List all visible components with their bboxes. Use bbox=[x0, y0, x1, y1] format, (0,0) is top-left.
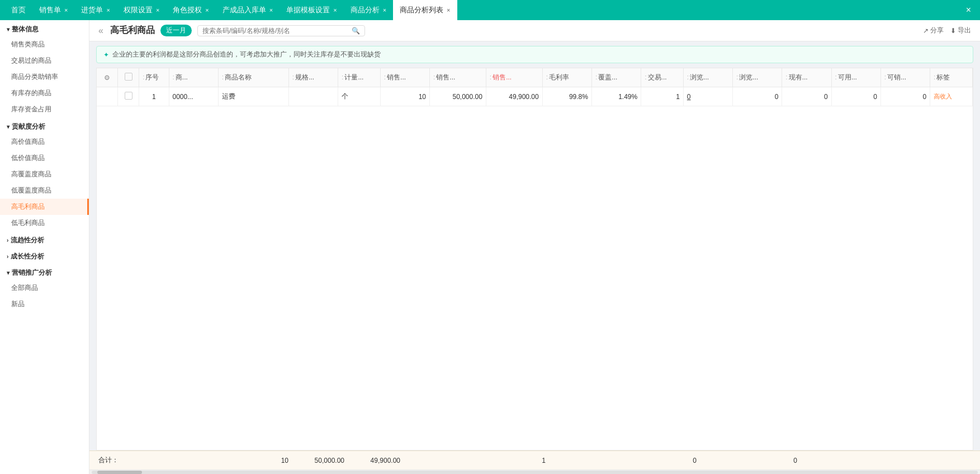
nav-product-in[interactable]: 产成品入库单 × bbox=[216, 0, 280, 20]
sidebar-item-stocked-goods[interactable]: 有库存的商品 bbox=[0, 85, 89, 101]
nav-close-product-analysis-list[interactable]: × bbox=[447, 7, 450, 13]
cell-gross-margin: 99.8% bbox=[542, 87, 591, 106]
col-name[interactable]: :商品名称 bbox=[218, 68, 288, 87]
cell-sales-amount: 50,000.00 bbox=[429, 87, 486, 106]
col-browse2[interactable]: :浏览... bbox=[733, 68, 782, 87]
col-browse1[interactable]: :浏览... bbox=[683, 68, 732, 87]
nav-close-product-in[interactable]: × bbox=[269, 7, 273, 13]
content-header: « 高毛利商品 近一月 🔍 ↗ 分享 ⬇ 导出 bbox=[89, 20, 980, 41]
col-tag[interactable]: :标签 bbox=[930, 68, 973, 87]
cell-coverage: 1.49% bbox=[591, 87, 641, 106]
nav-home[interactable]: 首页 bbox=[4, 0, 32, 20]
search-input[interactable] bbox=[202, 27, 352, 35]
nav-permission[interactable]: 权限设置 × bbox=[117, 0, 166, 20]
export-btn[interactable]: ⬇ 导出 bbox=[950, 26, 971, 35]
table-header-row: ⚙ :序号 :商... :商品名称 :规格... :计量... :销售... :… bbox=[97, 68, 973, 87]
share-btn[interactable]: ↗ 分享 bbox=[923, 26, 944, 35]
nav-purchase[interactable]: 进货单 × bbox=[74, 0, 116, 20]
footer-trade: 1 bbox=[512, 457, 546, 464]
footer-current-stock: 0 bbox=[657, 457, 697, 464]
info-icon: ✦ bbox=[103, 51, 109, 59]
arrow-growth: › bbox=[7, 254, 8, 260]
nav-product-analysis-list[interactable]: 商品分析列表 × bbox=[393, 0, 457, 20]
settings-icon[interactable]: ⚙ bbox=[104, 74, 110, 82]
nav-sales[interactable]: 销售单 × bbox=[32, 0, 74, 20]
cell-browse2: 0 bbox=[733, 87, 782, 106]
info-text: 企业的主要的利润都是这部分商品创造的，可考虑加大推广，同时关注库存是不要出现缺货 bbox=[112, 50, 381, 59]
scrollbar-thumb[interactable] bbox=[97, 471, 142, 474]
footer-sales-cost: 49,900.00 bbox=[356, 457, 400, 464]
arrow-contribution: ▾ bbox=[7, 124, 10, 130]
arrow-marketing: ▾ bbox=[7, 270, 10, 276]
nav-close-sales[interactable]: × bbox=[64, 7, 68, 13]
sidebar-item-high-coverage[interactable]: 高覆盖度商品 bbox=[0, 166, 89, 182]
search-icon[interactable]: 🔍 bbox=[352, 27, 360, 35]
scrollbar-track bbox=[92, 471, 978, 474]
sidebar-group-overall[interactable]: ▾ 整体信息 bbox=[0, 20, 89, 36]
footer-sales-amount: 50,000.00 bbox=[300, 457, 344, 464]
nav-role[interactable]: 角色授权 × bbox=[166, 0, 215, 20]
col-index: :序号 bbox=[139, 68, 169, 87]
main-layout: ▾ 整体信息 销售类商品 交易过的商品 商品分类助销率 有库存的商品 库存资金占… bbox=[0, 20, 980, 474]
sidebar-item-high-margin[interactable]: 高毛利商品 bbox=[0, 199, 89, 215]
nav-close-template[interactable]: × bbox=[333, 7, 337, 13]
sidebar-item-sales-goods[interactable]: 销售类商品 bbox=[0, 36, 89, 53]
col-code[interactable]: :商... bbox=[169, 68, 218, 87]
col-unit[interactable]: :计量... bbox=[338, 68, 381, 87]
collapse-sidebar-btn[interactable]: « bbox=[98, 26, 103, 36]
footer-bar: 合计： 10 50,000.00 49,900.00 1 0 0 bbox=[89, 450, 980, 470]
date-filter-btn[interactable]: 近一月 bbox=[160, 25, 192, 36]
cell-trade: 1 bbox=[641, 87, 684, 106]
sidebar-item-new-goods[interactable]: 新品 bbox=[0, 296, 89, 312]
header-actions: ↗ 分享 ⬇ 导出 bbox=[923, 26, 971, 35]
col-coverage[interactable]: :覆盖... bbox=[591, 68, 641, 87]
sidebar-group-contribution[interactable]: ▾ 贡献度分析 bbox=[0, 118, 89, 134]
cell-sellable: 0 bbox=[880, 87, 930, 106]
col-trade[interactable]: :交易... bbox=[641, 68, 684, 87]
col-sales-amount[interactable]: :销售... bbox=[429, 68, 486, 87]
sidebar-item-low-margin[interactable]: 低毛利商品 bbox=[0, 215, 89, 231]
cell-available-stock: 0 bbox=[831, 87, 880, 106]
cell-index: 1 bbox=[139, 87, 169, 106]
sidebar-group-trend[interactable]: › 流趋性分析 bbox=[0, 231, 89, 247]
sidebar-item-stock-capital[interactable]: 库存资金占用 bbox=[0, 101, 89, 118]
nav-template[interactable]: 单据模板设置 × bbox=[280, 0, 343, 20]
row-checkbox[interactable] bbox=[125, 92, 132, 100]
nav-close-all[interactable]: × bbox=[962, 5, 976, 15]
share-icon: ↗ bbox=[923, 27, 929, 35]
data-table: ⚙ :序号 :商... :商品名称 :规格... :计量... :销售... :… bbox=[97, 68, 973, 106]
sidebar-item-category-assist[interactable]: 商品分类助销率 bbox=[0, 69, 89, 85]
col-sales-cost[interactable]: :销售... bbox=[486, 68, 542, 87]
top-nav: 首页 销售单 × 进货单 × 权限设置 × 角色授权 × 产成品入库单 × 单据… bbox=[0, 0, 980, 20]
nav-close-role[interactable]: × bbox=[205, 7, 209, 13]
cell-settings bbox=[97, 87, 118, 106]
cell-browse1[interactable]: 0 bbox=[683, 87, 732, 106]
col-current-stock[interactable]: :现有... bbox=[782, 68, 831, 87]
sidebar-item-high-value[interactable]: 高价值商品 bbox=[0, 134, 89, 150]
nav-product-analysis[interactable]: 商品分析 × bbox=[344, 0, 393, 20]
col-gross-margin[interactable]: :毛利率 bbox=[542, 68, 591, 87]
scrollbar-area bbox=[89, 470, 980, 474]
sidebar-group-growth[interactable]: › 成长性分析 bbox=[0, 247, 89, 264]
footer-sales-qty: 10 bbox=[249, 457, 288, 464]
col-spec[interactable]: :规格... bbox=[288, 68, 338, 87]
nav-close-permission[interactable]: × bbox=[156, 7, 159, 13]
col-sellable[interactable]: :可销... bbox=[880, 68, 930, 87]
sidebar-item-traded-goods[interactable]: 交易过的商品 bbox=[0, 53, 89, 69]
col-settings[interactable]: ⚙ bbox=[97, 68, 118, 87]
sidebar-group-marketing[interactable]: ▾ 营销推广分析 bbox=[0, 264, 89, 280]
sidebar-item-all-goods[interactable]: 全部商品 bbox=[0, 280, 89, 296]
select-all-checkbox[interactable] bbox=[125, 73, 132, 81]
nav-close-product-analysis[interactable]: × bbox=[383, 7, 386, 13]
col-available-stock[interactable]: :可用... bbox=[831, 68, 880, 87]
table-container: ⚙ :序号 :商... :商品名称 :规格... :计量... :销售... :… bbox=[96, 68, 973, 450]
sidebar: ▾ 整体信息 销售类商品 交易过的商品 商品分类助销率 有库存的商品 库存资金占… bbox=[0, 20, 89, 474]
sidebar-item-low-coverage[interactable]: 低覆盖度商品 bbox=[0, 182, 89, 199]
content-area: « 高毛利商品 近一月 🔍 ↗ 分享 ⬇ 导出 ✦ 企业的主要的利润都是这部 bbox=[89, 20, 980, 474]
cell-spec bbox=[288, 87, 338, 106]
nav-close-purchase[interactable]: × bbox=[106, 7, 110, 13]
col-checkbox bbox=[118, 68, 139, 87]
col-sales-qty[interactable]: :销售... bbox=[380, 68, 429, 87]
cell-unit: 个 bbox=[338, 87, 381, 106]
sidebar-item-low-value[interactable]: 低价值商品 bbox=[0, 150, 89, 166]
